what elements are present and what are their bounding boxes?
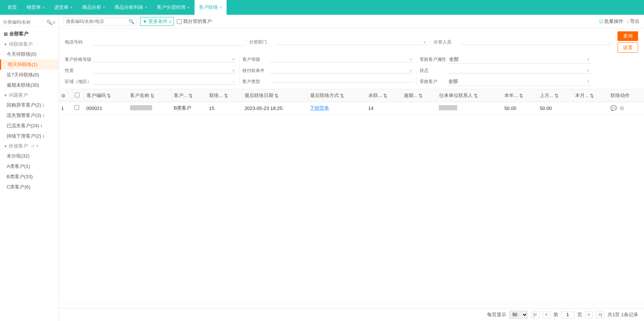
status-select[interactable]: ∨ bbox=[447, 68, 591, 73]
sort-icon: ⇅ bbox=[224, 93, 228, 99]
region-select[interactable]: ··· bbox=[93, 79, 236, 84]
sort-last-date[interactable]: 最后联络日期 ⇅ bbox=[245, 92, 279, 99]
more-conditions-button[interactable]: ▼ 更多条件 ∧ bbox=[140, 17, 174, 26]
last-contact-type-link[interactable]: 下销货单 bbox=[310, 105, 329, 111]
sidebar-group-problem[interactable]: ▼ 问题客户 bbox=[0, 90, 59, 100]
sort-contact[interactable]: 联络... ⇅ bbox=[209, 92, 228, 99]
sort-code[interactable]: 客户编码 ⇅ bbox=[87, 92, 111, 99]
select-all-checkbox[interactable] bbox=[75, 93, 80, 97]
col-contact-count: 联络... ⇅ bbox=[207, 89, 242, 102]
nav-close-icon[interactable]: × bbox=[145, 5, 147, 10]
sidebar-group-pending[interactable]: ▼ 待联络客户 bbox=[0, 39, 59, 49]
sort-icon: ⇅ bbox=[419, 93, 423, 99]
refresh-icon[interactable]: ↺ bbox=[31, 144, 34, 149]
nav-close-icon[interactable]: × bbox=[42, 5, 45, 10]
nav-close-icon[interactable]: × bbox=[70, 5, 72, 10]
phone-input[interactable] bbox=[92, 39, 243, 46]
settings-button[interactable]: 设置 bbox=[617, 42, 638, 53]
next-page-button[interactable]: > bbox=[585, 311, 593, 318]
sidebar-item-7day-contact[interactable]: 近7天待联络(0) bbox=[0, 70, 59, 80]
chevron-down-icon: ∨ bbox=[423, 40, 426, 44]
cell-last-type: 下销货单 bbox=[308, 102, 366, 114]
per-page-select[interactable]: 50 20 100 bbox=[509, 311, 528, 319]
dept-select[interactable]: ∨ bbox=[276, 39, 427, 45]
sidebar-item-today-contact[interactable]: 今天待联络(0) bbox=[0, 49, 59, 59]
last-page-button[interactable]: >| bbox=[596, 311, 605, 318]
col-contact-person: 往来单位联系人 ⇅ bbox=[437, 89, 502, 102]
gear-icon[interactable]: ⚙ bbox=[61, 93, 66, 99]
scrollbar-inner bbox=[59, 304, 354, 307]
customer-type-select[interactable] bbox=[270, 81, 414, 83]
nav-customer-contact[interactable]: 客户联络 × bbox=[195, 0, 226, 15]
sidebar-all-customers[interactable]: ⊞ 全部客户 bbox=[0, 28, 59, 39]
sort-last-month[interactable]: 上月... ⇅ bbox=[540, 92, 559, 99]
nav-close-icon[interactable]: × bbox=[103, 5, 105, 10]
search-input[interactable] bbox=[66, 19, 129, 24]
cell-this-year: 50.00 bbox=[502, 102, 538, 114]
sort-icon: ⇅ bbox=[590, 93, 594, 99]
nav-purchase-order[interactable]: 进货单 × bbox=[50, 0, 77, 15]
sidebar-item-tomorrow-contact[interactable]: 明天待联络(1) bbox=[0, 59, 59, 70]
sort-icon: ⇅ bbox=[150, 93, 154, 99]
export-button[interactable]: ↑ 导出 bbox=[627, 18, 640, 25]
chevron-down-icon: ∨ bbox=[587, 79, 589, 83]
scatter-attr-select[interactable]: 全部 ∨ bbox=[448, 55, 591, 64]
query-button[interactable]: 查询 bbox=[617, 31, 638, 41]
sort-contact-person[interactable]: 往来单位联系人 ⇅ bbox=[439, 92, 478, 99]
sort-name[interactable]: 客户名称 ⇅ bbox=[130, 92, 154, 99]
sort-no-contact[interactable]: 未联... ⇅ bbox=[368, 92, 387, 99]
sidebar-item-overdue-contact[interactable]: 逾期未联络(30) bbox=[0, 80, 59, 90]
nav-close-icon[interactable]: × bbox=[220, 5, 222, 10]
nav-customer-tier[interactable]: 客户分层经营 × bbox=[153, 0, 194, 15]
scatter-customer-select[interactable]: 全部 ∨ bbox=[447, 77, 591, 86]
cell-name[interactable] bbox=[128, 102, 172, 114]
prev-page-button[interactable]: < bbox=[543, 311, 550, 318]
sort-overdue[interactable]: 逾期... ⇅ bbox=[404, 92, 423, 99]
nav-home[interactable]: 首页 bbox=[3, 0, 21, 15]
sidebar-search-icon[interactable]: 🔍 bbox=[46, 20, 52, 25]
batch-operation-button[interactable]: ☑ 批量操作 bbox=[599, 18, 623, 25]
message-icon[interactable]: 💬 bbox=[610, 105, 617, 111]
sort-type[interactable]: 客户... ⇅ bbox=[174, 92, 193, 99]
page-input[interactable] bbox=[561, 311, 574, 318]
sort-this-year[interactable]: 本年... ⇅ bbox=[504, 92, 523, 99]
total-label: 共1页 1条记录 bbox=[608, 311, 638, 318]
row-checkbox[interactable] bbox=[74, 105, 79, 110]
customer-level-select[interactable]: ∨ bbox=[270, 56, 414, 62]
sort-icon: ⇅ bbox=[519, 93, 523, 99]
nav-product-analysis-list[interactable]: 商品分析列表 × bbox=[110, 0, 151, 15]
sidebar-item-a-class[interactable]: A类客户(1) bbox=[0, 161, 59, 172]
sidebar-item-repurchase-abnormal[interactable]: 回购异常客户(2) ℹ bbox=[0, 100, 59, 110]
filter-row-2: 客户价格等级 ∨ 客户等级 ∨ 零散客户属性 bbox=[65, 55, 638, 64]
filter-field-manager: 分管人员 ··· bbox=[434, 39, 612, 45]
info-icon: ℹ bbox=[43, 103, 44, 108]
sidebar-collapse-button[interactable]: « bbox=[52, 19, 56, 25]
sidebar-item-c-class[interactable]: C类客户(6) bbox=[0, 182, 59, 192]
filter-field-phone: 电话号码 bbox=[65, 39, 243, 46]
filter-field-status: 状态 ∨ bbox=[420, 68, 591, 74]
sidebar-group-value[interactable]: ▼ 价值客户 ↺ ✎ bbox=[0, 141, 59, 151]
nav-close-icon[interactable]: × bbox=[187, 5, 189, 10]
sort-this-month[interactable]: 本月... ⇅ bbox=[575, 92, 594, 99]
nav-product-analysis[interactable]: 商品分析 × bbox=[78, 0, 109, 15]
sidebar-search-input[interactable] bbox=[3, 20, 46, 25]
qr-icon[interactable]: ⊞ bbox=[620, 105, 624, 111]
filter-field-region: 区域（地区） ··· bbox=[65, 79, 236, 85]
nav-sales-order[interactable]: 销货单 × bbox=[22, 0, 49, 15]
horizontal-scrollbar[interactable] bbox=[59, 304, 644, 308]
sidebar-item-declining[interactable]: 持续下滑客户(2) ℹ bbox=[0, 131, 59, 141]
manager-select[interactable]: ··· bbox=[461, 39, 612, 45]
nature-select[interactable]: ∨ bbox=[92, 68, 236, 73]
first-page-button[interactable]: |< bbox=[531, 311, 540, 318]
edit-icon[interactable]: ✎ bbox=[36, 144, 39, 149]
my-customers-checkbox[interactable] bbox=[177, 19, 182, 24]
checkbox-icon: ☑ bbox=[599, 19, 603, 24]
price-level-select[interactable]: ∨ bbox=[93, 56, 236, 62]
sidebar-item-churned[interactable]: 已流失客户(24) ℹ bbox=[0, 121, 59, 131]
sidebar-item-ungrouped[interactable]: 未分组(32) bbox=[0, 151, 59, 161]
search-icon[interactable]: 🔍 bbox=[129, 19, 134, 24]
payment-select[interactable]: ∨ bbox=[270, 68, 414, 73]
sort-last-type[interactable]: 最后联络方式 ⇅ bbox=[310, 92, 344, 99]
sidebar-item-churn-warning[interactable]: 流失预警客户(3) ℹ bbox=[0, 110, 59, 121]
sidebar-item-b-class[interactable]: B类客户(33) bbox=[0, 172, 59, 182]
